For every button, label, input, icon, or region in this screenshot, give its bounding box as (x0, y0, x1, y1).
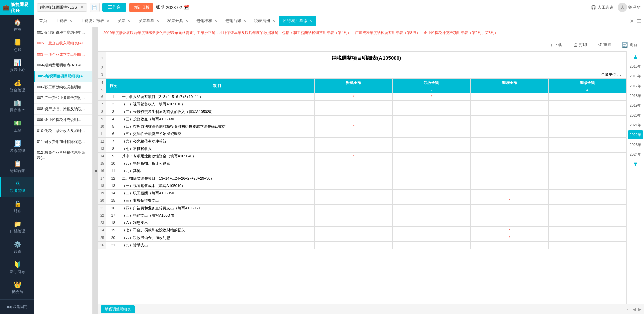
row-f-15[interactable] (548, 160, 626, 167)
year-item-2023年[interactable]: 2023年 (628, 140, 643, 149)
year-scroll-down[interactable]: ▼ (631, 159, 640, 169)
row-item-13[interactable]: （七）不征税收入 (120, 145, 315, 152)
row-item-22[interactable]: （五）捐赠支出（填写A105070） (120, 212, 315, 219)
row-f-20[interactable] (548, 197, 626, 204)
row-item-10[interactable]: （四）按权益法核算长期股权投资对初始投资成本调整确认收益 (120, 123, 315, 130)
row-c-25[interactable] (315, 234, 393, 241)
row-d-25[interactable] (393, 234, 470, 241)
year-item-2021年[interactable]: 2021年 (628, 121, 643, 130)
row-f-23[interactable] (548, 219, 626, 226)
tab-close-icon[interactable]: ✕ (214, 19, 217, 23)
row-c-13[interactable] (315, 145, 393, 152)
row-d-10[interactable] (393, 123, 470, 130)
row-item-14[interactable]: 其中：专项用途财政性资金（填写A105040） (120, 152, 315, 160)
left-panel-item-006[interactable]: 006-职工薪酬纳税调整明细... (34, 82, 92, 93)
row-d-22[interactable] (393, 212, 470, 219)
sidebar-item-payroll[interactable]: 💵工资 (0, 116, 34, 136)
tab-进销稽核[interactable]: 进销稽核✕ (192, 16, 221, 26)
tab-close-icon[interactable]: ✕ (309, 19, 312, 23)
row-item-26[interactable]: （九）赞助支出 (120, 241, 315, 249)
tab-发票算算[interactable]: 发票算算✕ (134, 16, 163, 26)
row-d-11[interactable] (393, 130, 470, 137)
row-c-9[interactable] (315, 115, 393, 123)
sidebar-item-purchase-ledger[interactable]: 📋进销台账 (0, 157, 34, 177)
row-item-15[interactable]: （八）销售折扣、折让和退回 (120, 160, 315, 167)
calendar-icon-btn[interactable]: 📄 (90, 3, 100, 12)
row-f-7[interactable] (548, 100, 626, 108)
tab-首页[interactable]: 首页 (35, 16, 51, 26)
sidebar-item-fixed-assets[interactable]: 🏢固定资产 (0, 96, 34, 116)
tab-close-icon[interactable]: ✕ (127, 19, 130, 23)
row-item-16[interactable]: （九）其他 (120, 167, 315, 175)
row-e-23[interactable] (470, 219, 548, 226)
user-menu[interactable]: 人 徐泽华 (618, 3, 641, 12)
row-item-12[interactable]: （六）公允价值变动净损益 (120, 137, 315, 145)
row-f-14[interactable] (548, 152, 626, 160)
row-f-22[interactable] (548, 212, 626, 219)
tab-进销台账[interactable]: 进销台账✕ (221, 16, 250, 26)
left-panel-item-009[interactable]: 009-企业所得税补充说明... (34, 115, 92, 125)
sidebar-item-member[interactable]: 👑畅会员 (0, 278, 34, 298)
tab-close-icon[interactable]: ✕ (272, 19, 275, 23)
row-f-21[interactable] (548, 204, 626, 212)
row-item-18[interactable]: （一）视同销售成本（填写A105010） (120, 182, 315, 189)
row-e-25[interactable]: * (470, 234, 548, 241)
row-item-25[interactable]: （八）税收滞纳金、加收利息 (120, 234, 315, 241)
tab-close-icon[interactable]: ✕ (243, 19, 246, 23)
row-c-24[interactable] (315, 226, 393, 234)
row-e-9[interactable] (470, 115, 548, 123)
row-e-26[interactable] (470, 241, 548, 249)
row-c-7[interactable] (315, 100, 393, 108)
sidebar-item-asset-mgmt[interactable]: 💰资金管理 (0, 76, 34, 96)
row-item-11[interactable]: （五）交易性金融资产初始投资调整 (120, 130, 315, 137)
row-d-8[interactable] (393, 108, 470, 115)
row-d-20[interactable] (393, 197, 470, 204)
row-f-12[interactable] (548, 137, 626, 145)
sidebar-item-home[interactable]: 🏠首页 (0, 15, 34, 35)
row-d-26[interactable] (393, 241, 470, 249)
row-e-14[interactable] (470, 152, 548, 160)
left-panel-item-010[interactable]: 010-免税、减计收入及加计... (34, 126, 92, 136)
refresh-button[interactable]: 🔄 刷新 (619, 41, 640, 49)
row-item-20[interactable]: （三）业务招待费支出 (120, 197, 315, 204)
row-e-7[interactable] (470, 100, 548, 108)
row-c-21[interactable] (315, 204, 393, 212)
row-item-7[interactable]: （一）视同销售收入（填写A105010） (120, 100, 315, 108)
row-c-20[interactable] (315, 197, 393, 204)
old-version-button[interactable]: 切到旧版 (129, 3, 153, 12)
left-panel-item-005[interactable]: 005-纳税调整项目明细表(A1... (34, 71, 92, 82)
row-d-16[interactable] (393, 167, 470, 175)
row-c-15[interactable] (315, 160, 393, 167)
year-item-2015年[interactable]: 2015年 (628, 62, 643, 71)
row-f-9[interactable] (548, 115, 626, 123)
row-item-24[interactable]: （七）罚金、罚款和被没收财物的损失 (120, 226, 315, 234)
row-item-9[interactable]: （三）投资收益（填写A105030） (120, 115, 315, 123)
row-f-10[interactable] (548, 123, 626, 130)
consult-button[interactable]: 🎧 人工咨询 (591, 5, 614, 10)
row-e-20[interactable]: * (470, 197, 548, 204)
row-item-23[interactable]: （六）利息支出 (120, 219, 315, 226)
year-item-2024年[interactable]: 2024年 (628, 150, 643, 159)
row-d-13[interactable] (393, 145, 470, 152)
row-e-15[interactable] (470, 160, 548, 167)
row-e-11[interactable] (470, 130, 548, 137)
row-e-18[interactable] (470, 182, 548, 189)
row-e-22[interactable] (470, 212, 548, 219)
sidebar-item-general-ledger[interactable]: 📒总账 (0, 35, 34, 56)
row-d-23[interactable] (393, 219, 470, 226)
row-d-14[interactable] (393, 152, 470, 160)
tab-发票开具[interactable]: 发票开具✕ (163, 16, 192, 26)
sidebar-item-tax-mgmt[interactable]: 🖨税务管理 (0, 177, 34, 197)
left-panel-item-008[interactable]: 008-资产折旧、摊销及纳税... (34, 104, 92, 115)
year-item-2022年[interactable]: 2022年 (628, 130, 643, 139)
row-c-8[interactable] (315, 108, 393, 115)
row-c-14[interactable]: * (315, 152, 393, 160)
year-item-2017年[interactable]: 2017年 (628, 82, 643, 91)
tab-税表清册[interactable]: 税表清册✕ (250, 16, 279, 26)
left-panel-item-007[interactable]: 007-广告费和业务宣传费附... (34, 93, 92, 103)
year-item-2019年[interactable]: 2019年 (628, 101, 643, 110)
tab-发票[interactable]: 发票✕ (113, 16, 134, 26)
row-c-18[interactable] (315, 182, 393, 189)
row-f-6[interactable] (548, 93, 626, 100)
row-c-12[interactable] (315, 137, 393, 145)
